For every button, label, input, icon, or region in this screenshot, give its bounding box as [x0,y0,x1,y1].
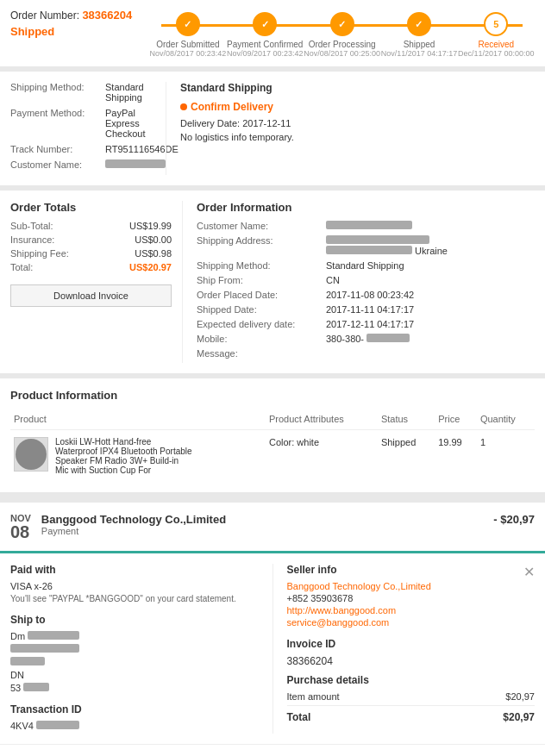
purchase-total-label: Total [287,711,311,723]
customer-name-blurred [105,159,166,168]
info-placed-value: 2017-11-08 00:23:42 [326,290,535,300]
step-label-4: Shipped [404,40,435,49]
payment-method-label: Payment Method: [10,108,105,139]
info-shipped-row: Shipped Date: 2017-11-11 04:17:17 [197,304,535,315]
info-shipped-label: Shipped Date: [197,304,326,315]
col-attributes: Product Attributes [266,409,378,430]
payment-header: NOV 08 Banggood Technology Co.,Limited P… [0,503,545,553]
transaction-id-text: 4KV4 [10,721,34,731]
order-number-line: Order Number: 38366204 [10,9,132,22]
insurance-value: US$0.00 [135,234,172,245]
info-message-value [326,348,535,359]
customer-name-label: Customer Name: [10,159,105,170]
shipping-method-value: Standard Shipping [105,82,166,103]
mobile-blurred [366,334,410,342]
info-ship-method-value: Standard Shipping [326,260,535,271]
insurance-row: Insurance: US$0.00 [10,234,172,245]
step-5: 5 Received Dec/11/2017 00:00:00 [458,12,535,58]
ship-line1: Dm [10,631,259,641]
address-country: Ukraine [415,246,448,256]
product-section: Product Information Product Product Attr… [0,378,545,492]
ship-zip: 53 [10,683,259,693]
payment-right: ✕ Seller info Banggood Technology Co.,Li… [272,564,536,734]
ship-to-title: Ship to [10,614,259,626]
info-expected-value: 2017-12-11 04:17:17 [326,319,535,329]
subtotal-label: Sub-Total: [10,221,53,231]
mobile-prefix: 380-380- [326,334,364,344]
step-label-2: Payment Confirmed [227,40,303,49]
step-3: ✓ Order Processing Nov/08/2017 00:25:00 [304,12,380,58]
info-message-row: Message: [197,348,535,359]
info-message-label: Message: [197,348,326,359]
shipping-fee-row: Shipping Fee: US$0.98 [10,248,172,259]
seller-email-link[interactable]: service@banggood.com [287,617,536,628]
no-logistics: No logistics info temporary. [180,132,535,142]
purchase-title: Purchase details [287,674,536,686]
purchase-total-value: $20,97 [503,711,535,723]
step-circle-2: ✓ [253,12,277,36]
payment-subtitle: Payment [41,526,226,536]
order-number-value: 38366204 [82,9,132,22]
close-button[interactable]: ✕ [523,564,535,580]
product-cell: Loskii LW-Hott Hand-free Waterproof IPX4… [10,430,266,482]
ship-blurred-1 [28,631,79,640]
progress-container: ✓ Order Submitted Nov/08/2017 00:23:42 ✓… [149,9,535,58]
payment-method-value: PayPal Express Checkout [105,108,166,139]
subtotal-row: Sub-Total: US$19.99 [10,221,172,231]
product-price: 19.99 [435,430,477,483]
paypal-note: You'll see "PAYPAL *BANGGOOD" on your ca… [10,594,259,603]
info-mobile-label: Mobile: [197,334,326,344]
ship-line1-text: Dm [10,631,25,641]
shipping-header: Standard Shipping [180,82,535,94]
product-name: Loskii LW-Hott Hand-free Waterproof IPX4… [55,437,193,475]
order-status: Shipped [10,25,132,38]
payment-amount: - $20,97 [493,513,535,526]
download-invoice-button[interactable]: Download Invoice [10,284,172,307]
step-circle-3: ✓ [330,12,354,36]
seller-name-link[interactable]: Banggood Technology Co.,Limited [287,581,536,591]
step-label-1: Order Submitted [156,40,219,49]
step-4: ✓ Shipped Nov/11/2017 04:17:17 [380,12,457,58]
payment-day: 08 [10,523,31,540]
ship-country: DN [10,670,259,680]
info-placed-label: Order Placed Date: [197,290,326,300]
info-customer-label: Customer Name: [197,221,326,231]
step-circle-5: 5 [484,12,508,36]
invoice-title: Invoice ID [287,638,536,650]
payment-title: Banggood Technology Co.,Limited [41,513,226,526]
purchase-total-row: Total $20,97 [287,705,536,723]
address-blurred-2 [326,246,412,254]
transaction-blurred [36,721,79,729]
order-info-header: Order Information [197,201,535,214]
customer-name-row: Customer Name: [10,159,166,170]
item-amount-value: $20,97 [505,691,535,702]
invoice-id: 38366204 [287,655,536,667]
ship-to-block: Ship to Dm DN 53 [10,614,259,693]
delivery-date-value: 2017-12-11 [242,118,291,128]
step-date-4: Nov/11/2017 04:17:17 [381,49,458,58]
seller-website-link[interactable]: http://www.banggood.com [287,605,536,615]
info-ship-method-row: Shipping Method: Standard Shipping [197,260,535,271]
info-ship-from-value: CN [326,275,535,285]
product-attributes: Color: white [266,430,378,483]
confirm-delivery[interactable]: Confirm Delivery [180,101,535,113]
info-customer-row: Customer Name: [197,221,535,231]
shipping-section: Shipping Method: Standard Shipping Payme… [0,72,545,185]
info-expected-label: Expected delivery date: [197,319,326,329]
seller-phone: +852 35903678 [287,593,536,603]
seller-title: Seller info [287,564,536,576]
delivery-date-line: Delivery Date: 2017-12-11 [180,118,535,128]
item-amount-row: Item amount $20,97 [287,691,536,702]
product-table: Product Product Attributes Status Price … [10,409,535,482]
insurance-label: Insurance: [10,234,54,245]
step-label-3: Order Processing [309,40,376,49]
step-date-5: Dec/11/2017 00:00:00 [458,49,535,58]
info-address-value: Ukraine [326,235,535,256]
order-header: Order Number: 38366204 Shipped ✓ Order S… [0,0,545,66]
product-status: Shipped [378,430,435,483]
shipping-fee-value: US$0.98 [135,248,172,259]
ship-line2 [10,644,259,654]
shipping-left: Shipping Method: Standard Shipping Payme… [10,82,166,175]
info-shipped-value: 2017-11-11 04:17:17 [326,304,535,315]
print-section: 🖨 Print details [0,744,545,756]
